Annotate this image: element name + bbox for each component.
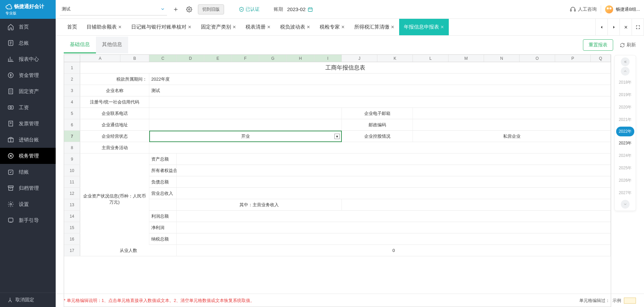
sidebar-item-building[interactable]: 固定资产 bbox=[0, 83, 56, 99]
sidebar-item-close-period[interactable]: 结账 bbox=[0, 164, 56, 180]
cell[interactable] bbox=[413, 108, 611, 119]
sidebar-item-settings[interactable]: 设置 bbox=[0, 196, 56, 212]
column-header[interactable]: O bbox=[520, 55, 555, 62]
tab-close[interactable]: ✕ bbox=[232, 25, 236, 30]
sidebar-item-archive[interactable]: 归档管理 bbox=[0, 180, 56, 196]
cell[interactable]: 纳税总额 bbox=[149, 233, 177, 245]
year-item[interactable]: 2022年 bbox=[616, 127, 634, 136]
subtab[interactable]: 基础信息 bbox=[64, 37, 96, 53]
column-header[interactable]: P bbox=[555, 55, 591, 62]
row-header[interactable]: 8 bbox=[64, 142, 80, 153]
tab-close[interactable]: ✕ bbox=[391, 25, 394, 30]
sidebar-item-invoice[interactable]: 发票管理 bbox=[0, 116, 56, 132]
row-header[interactable]: 4 bbox=[64, 96, 80, 107]
row-header[interactable]: 9 bbox=[64, 154, 80, 165]
row-header[interactable]: 5 bbox=[64, 108, 80, 119]
column-header[interactable]: E bbox=[204, 55, 232, 62]
column-header[interactable]: L bbox=[413, 55, 448, 62]
cell[interactable]: 工商年报信息表 bbox=[80, 62, 611, 73]
settings-button[interactable] bbox=[184, 5, 194, 14]
row-header[interactable]: 7 bbox=[64, 131, 80, 142]
tab[interactable]: 税负波动表✕ bbox=[275, 19, 315, 35]
year-scroll-down[interactable] bbox=[621, 200, 630, 209]
column-header[interactable]: N bbox=[484, 55, 520, 62]
refresh-button[interactable]: 刷新 bbox=[620, 42, 636, 48]
year-collapse-left[interactable] bbox=[621, 57, 630, 66]
tab[interactable]: 税表清册✕ bbox=[241, 19, 275, 35]
select-all-corner[interactable] bbox=[64, 55, 80, 62]
human-consult[interactable]: 人工咨询 bbox=[570, 6, 597, 12]
tab-close[interactable]: ✕ bbox=[188, 25, 192, 30]
tab-close[interactable]: ✕ bbox=[118, 25, 122, 30]
column-header[interactable]: Q bbox=[591, 55, 611, 62]
row-header[interactable]: 16 bbox=[64, 233, 80, 245]
column-header[interactable]: H bbox=[287, 55, 314, 62]
cell[interactable] bbox=[177, 154, 611, 165]
cell[interactable]: 0 bbox=[177, 245, 611, 256]
cell[interactable]: 企业名称 bbox=[80, 85, 149, 96]
cell[interactable] bbox=[177, 188, 611, 199]
row-header[interactable]: 15 bbox=[64, 222, 80, 233]
cell[interactable] bbox=[342, 199, 611, 210]
row-header[interactable]: 10 bbox=[64, 165, 80, 176]
row-header[interactable]: 17 bbox=[64, 245, 80, 256]
cell[interactable] bbox=[149, 199, 177, 210]
company-select[interactable]: 测试 bbox=[60, 3, 167, 15]
cell[interactable]: 邮政编码 bbox=[342, 119, 413, 130]
cell[interactable]: 负债总额 bbox=[149, 176, 177, 187]
cell[interactable] bbox=[177, 222, 611, 233]
tab-close[interactable]: ✕ bbox=[341, 25, 345, 30]
cell[interactable] bbox=[149, 108, 342, 119]
row-header[interactable]: 12 bbox=[64, 188, 80, 199]
sidebar-item-ledger[interactable]: 总账 bbox=[0, 35, 56, 51]
cell[interactable]: 净利润 bbox=[149, 222, 177, 233]
row-header[interactable]: 13 bbox=[64, 199, 80, 210]
cell[interactable]: 测试 bbox=[149, 85, 611, 96]
tab[interactable]: 日记账与银行对账单核对✕ bbox=[126, 19, 196, 35]
cell[interactable] bbox=[177, 233, 611, 245]
year-scroll-up[interactable] bbox=[621, 67, 630, 76]
column-header[interactable]: M bbox=[448, 55, 484, 62]
sidebar-item-money[interactable]: 资金管理 bbox=[0, 67, 56, 83]
year-item[interactable]: 2020年 bbox=[615, 101, 636, 114]
tab[interactable]: 所得税汇算清缴✕ bbox=[350, 19, 399, 35]
year-item[interactable]: 2025年 bbox=[615, 162, 636, 174]
cell[interactable] bbox=[149, 142, 611, 153]
add-button[interactable] bbox=[171, 5, 180, 14]
row-header[interactable]: 2 bbox=[64, 74, 80, 85]
cell[interactable]: 企业经营状态 bbox=[80, 131, 149, 142]
cell[interactable]: 开业 bbox=[149, 131, 342, 142]
sidebar-item-chart[interactable]: 报表中心 bbox=[0, 51, 56, 67]
column-header[interactable]: D bbox=[177, 55, 204, 62]
cell[interactable]: 企业控股情况 bbox=[342, 131, 413, 142]
cell[interactable]: 资产总额 bbox=[149, 154, 177, 165]
cell[interactable]: 注册号/统一社会信用代码 bbox=[80, 96, 149, 107]
row-header[interactable]: 6 bbox=[64, 119, 80, 130]
year-item[interactable]: 2021年 bbox=[615, 114, 636, 126]
sidebar-item-tax[interactable]: 税务管理 bbox=[0, 148, 56, 164]
reset-report-button[interactable]: 重置报表 bbox=[583, 39, 613, 51]
tab-close[interactable]: ✕ bbox=[307, 25, 310, 30]
user-menu[interactable]: 畅捷通B组... bbox=[605, 5, 640, 13]
row-header[interactable]: 11 bbox=[64, 176, 80, 187]
cell[interactable]: 从业人数 bbox=[80, 245, 177, 256]
sidebar-item-guide[interactable]: 新手引导 bbox=[0, 212, 56, 228]
cell[interactable]: 营业总收入 bbox=[149, 188, 177, 199]
cell[interactable]: 其中：主营业务收入 bbox=[177, 199, 342, 210]
tab-home[interactable]: 首页 bbox=[62, 19, 82, 35]
cell[interactable]: 企业电子邮箱 bbox=[342, 108, 413, 119]
cell[interactable] bbox=[177, 176, 611, 187]
cell[interactable]: 税款所属期间： bbox=[80, 74, 149, 85]
subtab[interactable]: 其他信息 bbox=[96, 37, 128, 53]
year-item[interactable]: 2026年 bbox=[615, 174, 636, 187]
column-header[interactable]: G bbox=[259, 55, 287, 62]
sidebar-item-salary[interactable]: 工资 bbox=[0, 99, 56, 116]
tabs-fullscreen[interactable] bbox=[632, 19, 644, 35]
sidebar-item-home[interactable]: 首页 bbox=[0, 19, 56, 35]
cell[interactable] bbox=[177, 165, 611, 176]
column-header[interactable]: B bbox=[120, 55, 149, 62]
cell[interactable]: 所有者权益合计 bbox=[149, 165, 177, 176]
row-header[interactable]: 14 bbox=[64, 211, 80, 222]
cell[interactable] bbox=[177, 211, 611, 222]
period-picker[interactable]: 2023-02 bbox=[287, 6, 313, 12]
